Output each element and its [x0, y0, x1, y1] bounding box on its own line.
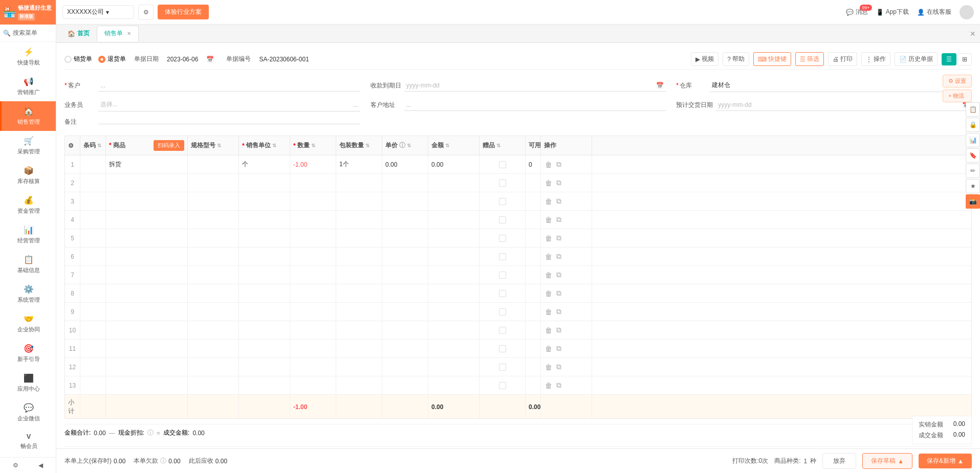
td-product[interactable] [106, 174, 188, 192]
scan-barcode-btn[interactable]: 扫码录入 [154, 140, 184, 151]
sidebar-item-sales[interactable]: 🏠 销售管理 [0, 101, 56, 131]
td-pkg[interactable]: 1个 [336, 155, 382, 173]
td-gift[interactable] [480, 192, 526, 210]
copy-row-icon[interactable]: ⧉ [555, 325, 562, 335]
copy-row-icon[interactable]: ⧉ [555, 233, 562, 243]
sidebar-item-ops[interactable]: 📊 经营管理 [0, 220, 56, 250]
delete-row-icon[interactable]: 🗑 [544, 307, 553, 317]
side-btn-7[interactable]: 📸 [966, 194, 980, 209]
sidebar-item-inventory[interactable]: 📦 库存核算 [0, 161, 56, 190]
td-price[interactable] [382, 174, 428, 192]
logistics-btn[interactable]: + 物流 [943, 89, 972, 102]
td-qty[interactable] [290, 192, 336, 210]
video-btn[interactable]: ▶ 视频 [691, 52, 718, 66]
side-btn-4[interactable]: 🔖 [966, 148, 980, 163]
delete-row-icon[interactable]: 🗑 [544, 344, 553, 354]
td-barcode[interactable] [80, 174, 106, 192]
copy-row-icon[interactable]: ⧉ [555, 269, 562, 280]
delete-row-icon[interactable]: 🗑 [544, 325, 553, 335]
gift-checkbox[interactable] [499, 290, 506, 297]
user-avatar[interactable] [960, 5, 974, 19]
side-btn-1[interactable]: 📋 [966, 102, 980, 117]
td-price[interactable] [382, 192, 428, 210]
td-gift[interactable] [480, 340, 526, 357]
sidebar-item-wechat[interactable]: 💬 企业微信 [0, 398, 56, 427]
td-gift[interactable] [480, 211, 526, 229]
td-qty[interactable]: -1.00 [290, 155, 336, 173]
side-btn-2[interactable]: 🔒 [966, 118, 980, 132]
copy-row-icon[interactable]: ⧉ [555, 306, 562, 317]
td-amount[interactable] [428, 174, 480, 192]
td-gift[interactable] [480, 284, 526, 302]
due-date-input[interactable]: yyyy-mm-dd 📅 [404, 80, 666, 92]
delete-row-icon[interactable]: 🗑 [544, 288, 553, 299]
settings-icon[interactable]: ⚙ [13, 462, 18, 469]
sidebar-item-vip[interactable]: V 畅会员 [0, 427, 56, 455]
message-btn[interactable]: 💬 消息 99+ [846, 8, 868, 16]
gift-checkbox[interactable] [499, 179, 506, 187]
tab-close-icon[interactable]: ✕ [127, 31, 131, 36]
sidebar-search[interactable]: 🔍 搜索菜单 [0, 25, 56, 42]
history-btn[interactable]: 📄 历史单据 [895, 52, 938, 66]
print-btn[interactable]: 🖨 打印 [828, 52, 857, 66]
side-btn-3[interactable]: 📊 [966, 133, 980, 147]
app-download-btn[interactable]: 📱 App下载 [876, 8, 909, 16]
copy-row-icon[interactable]: ⧉ [555, 362, 562, 372]
copy-row-icon[interactable]: ⧉ [555, 177, 562, 188]
gift-checkbox[interactable] [499, 253, 506, 260]
copy-row-icon[interactable]: ⧉ [555, 214, 562, 225]
gift-checkbox[interactable] [499, 161, 506, 168]
th-settings[interactable]: ⚙ [65, 136, 80, 155]
experience-btn[interactable]: 体验行业方案 [158, 5, 209, 19]
td-gift[interactable] [480, 303, 526, 321]
save-draft-btn[interactable]: 保存草稿 ▲ [862, 453, 912, 469]
delete-row-icon[interactable]: 🗑 [544, 196, 553, 207]
view-grid-btn[interactable]: ⊞ [957, 53, 972, 65]
customer-input[interactable]: ... [98, 80, 360, 92]
filter-btn[interactable]: ☰ 筛选 [795, 52, 824, 66]
delete-row-icon[interactable]: 🗑 [544, 233, 553, 243]
td-gift[interactable] [480, 376, 526, 394]
sidebar-item-corp[interactable]: 🤝 企业协同 [0, 309, 56, 339]
copy-row-icon[interactable]: ⧉ [555, 196, 562, 207]
gift-checkbox[interactable] [499, 345, 506, 352]
calendar-icon[interactable]: 📅 [206, 56, 214, 63]
collapse-icon[interactable]: ◀ [38, 462, 43, 469]
gift-checkbox[interactable] [499, 364, 506, 371]
td-gift[interactable] [480, 358, 526, 376]
header-settings-btn[interactable]: ⚙ [138, 5, 154, 20]
td-gift[interactable] [480, 266, 526, 284]
td-pkg[interactable] [336, 174, 382, 192]
gift-checkbox[interactable] [499, 382, 506, 389]
delete-row-icon[interactable]: 🗑 [544, 362, 553, 372]
gift-checkbox[interactable] [499, 272, 506, 279]
copy-row-icon[interactable]: ⧉ [555, 380, 562, 391]
gift-checkbox[interactable] [499, 198, 506, 205]
shortcut-btn[interactable]: ⌨ 快捷键 [753, 52, 791, 66]
gift-checkbox[interactable] [499, 308, 506, 316]
delete-row-icon[interactable]: 🗑 [544, 252, 553, 262]
sidebar-item-purchase[interactable]: 🛒 采购管理 [0, 131, 56, 161]
td-spec[interactable] [188, 155, 239, 173]
warehouse-input[interactable]: 建材仓 ... [710, 79, 972, 92]
sidebar-item-sys[interactable]: ⚙️ 系统管理 [0, 279, 56, 309]
td-spec[interactable] [188, 192, 239, 210]
td-unit[interactable] [239, 192, 290, 210]
sidebar-item-marketing[interactable]: 📢 营销推广 [0, 72, 56, 101]
gift-checkbox[interactable] [499, 216, 506, 223]
sidebar-item-finance[interactable]: 💰 资金管理 [0, 190, 56, 220]
customer-addr-input[interactable]: ... [404, 99, 666, 111]
copy-row-icon[interactable]: ⧉ [555, 343, 562, 354]
side-btn-5[interactable]: ✏ [966, 164, 980, 178]
td-pkg[interactable] [336, 192, 382, 210]
td-amount[interactable]: 0.00 [428, 155, 480, 173]
td-barcode[interactable] [80, 155, 106, 173]
sidebar-item-quick-nav[interactable]: ⚡ 快捷导航 [0, 42, 56, 72]
td-product[interactable] [106, 192, 188, 210]
delete-row-icon[interactable]: 🗑 [544, 160, 553, 170]
delete-row-icon[interactable]: 🗑 [544, 178, 553, 188]
abandon-btn[interactable]: 放弃 [822, 453, 856, 469]
salesperson-input[interactable]: 选择... ... [98, 98, 360, 111]
gift-checkbox[interactable] [499, 235, 506, 242]
due-date-calendar-icon[interactable]: 📅 [656, 82, 664, 89]
